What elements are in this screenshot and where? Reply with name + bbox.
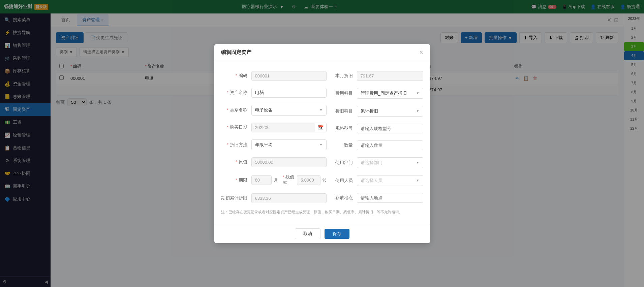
edit-asset-modal: 编辑固定资产 × * 编码 * 资产名称 xyxy=(214,44,430,243)
cancel-btn[interactable]: 取消 xyxy=(295,228,320,239)
asset-name-input[interactable] xyxy=(251,88,327,98)
code-input[interactable] xyxy=(251,71,327,81)
expense-subject-select[interactable]: 管理费用_固定资产折旧 ▼ xyxy=(357,88,423,99)
modal-title: 编辑固定资产 xyxy=(221,49,251,56)
residual-rate-label: * 残值率 xyxy=(283,174,295,186)
initial-accumulated-input[interactable] xyxy=(251,193,327,203)
monthly-depreciation-input xyxy=(357,71,423,81)
storage-input[interactable] xyxy=(357,193,423,203)
modal-close-btn[interactable]: × xyxy=(420,49,423,56)
quantity-input[interactable] xyxy=(357,140,423,150)
depreciation-method-select[interactable]: 年限平均 ▼ xyxy=(251,139,327,150)
spec-model-input[interactable] xyxy=(357,124,423,133)
modal-note: 注：已经存在变更记录或者对应固定资产已经生成凭证，原值、购买日期、残值率、累计折… xyxy=(221,207,423,217)
period-input[interactable] xyxy=(251,175,272,185)
residual-rate-input[interactable] xyxy=(297,175,320,185)
save-btn[interactable]: 保存 xyxy=(325,229,349,239)
modal-overlay: 编辑固定资产 × * 编码 * 资产名称 xyxy=(0,0,644,287)
use-department-select[interactable]: 请选择部门 ▼ xyxy=(357,157,423,168)
category-select[interactable]: 电子设备 ▼ xyxy=(251,105,327,116)
depreciation-subject-select[interactable]: 累计折旧 ▼ xyxy=(357,106,423,117)
purchase-date-input[interactable] xyxy=(252,123,315,132)
use-person-select[interactable]: 请选择人员 ▼ xyxy=(357,175,423,186)
original-value-input[interactable] xyxy=(251,157,327,167)
calendar-icon: 📅 xyxy=(315,125,326,130)
